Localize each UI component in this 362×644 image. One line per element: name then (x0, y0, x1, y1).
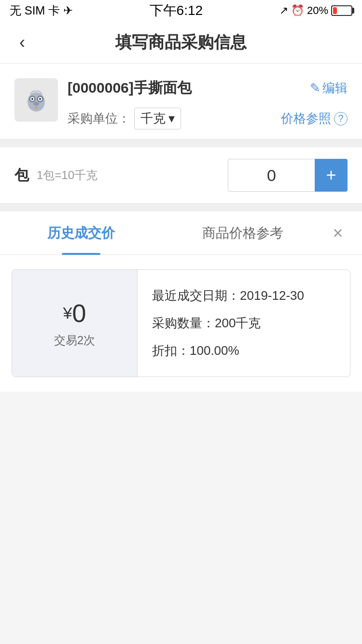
section-divider (0, 140, 362, 147)
svg-point-6 (39, 98, 41, 100)
trade-card-area: ¥0 交易2次 最近成交日期：2019-12-30 采购数量：200千克 折扣：… (0, 255, 362, 392)
price-value: 0 (72, 299, 86, 327)
trade-count: 交易2次 (54, 333, 95, 348)
edit-button[interactable]: ✎ 编辑 (310, 80, 348, 97)
nav-bar: ‹ 填写商品采购信息 (0, 21, 362, 64)
plus-button[interactable]: + (315, 159, 348, 192)
trade-details-section: 最近成交日期：2019-12-30 采购数量：200千克 折扣：100.00% (138, 270, 350, 377)
unit-label: 采购单位： (68, 110, 130, 127)
product-logo-icon (22, 85, 51, 114)
bag-tip: 1包=10千克 (37, 168, 97, 183)
tab-product-label: 商品价格参考 (202, 224, 283, 242)
purchase-qty-label: 采购数量： (152, 316, 215, 330)
tab-underline (62, 253, 100, 255)
alarm-icon: ⏰ (291, 4, 304, 17)
battery-percent: 20% (307, 4, 328, 17)
help-icon: ? (334, 112, 348, 126)
last-deal-label: 最近成交日期： (152, 288, 240, 303)
status-right: ↗ ⏰ 20% (279, 4, 352, 17)
unit-value: 千克 (140, 110, 166, 127)
product-name: [0000006]手撕面包 (68, 78, 192, 98)
svg-point-7 (33, 102, 39, 106)
status-bar: 无 SIM 卡 ✈ 下午6:12 ↗ ⏰ 20% (0, 0, 362, 21)
page-background (0, 392, 362, 644)
quantity-input-area: + (228, 159, 348, 192)
back-button[interactable]: ‹ (14, 28, 30, 57)
price-symbol: ¥ (63, 304, 72, 322)
sim-status: 无 SIM 卡 ✈ (10, 3, 73, 18)
price-ref-label: 价格参照 (281, 110, 331, 127)
dropdown-icon: ▾ (168, 111, 175, 126)
battery-icon (331, 5, 352, 16)
tab-close-button[interactable]: × (323, 223, 362, 243)
bag-label: 包 (14, 166, 29, 185)
status-left: 无 SIM 卡 ✈ (10, 3, 73, 18)
discount-row: 折扣：100.00% (152, 341, 335, 360)
product-info: [0000006]手撕面包 ✎ 编辑 采购单位： 千克 ▾ 价格参照 ? (68, 78, 348, 129)
status-time: 下午6:12 (150, 1, 203, 20)
product-logo (14, 78, 58, 122)
svg-point-5 (31, 98, 33, 100)
discount-value: 100.00% (190, 343, 239, 358)
tab-history-label: 历史成交价 (47, 224, 115, 242)
last-deal-date: 2019-12-30 (240, 288, 304, 303)
price-ref-button[interactable]: 价格参照 ? (281, 110, 348, 127)
edit-label: 编辑 (322, 80, 348, 97)
purchase-qty: 200千克 (215, 316, 261, 330)
discount-label: 折扣： (152, 343, 190, 358)
quantity-input[interactable] (228, 159, 315, 192)
tab-product-price[interactable]: 商品价格参考 (162, 211, 323, 255)
tab-history-price[interactable]: 历史成交价 (0, 211, 162, 255)
trade-price: ¥0 (63, 299, 86, 328)
location-icon: ↗ (279, 4, 288, 17)
product-card: [0000006]手撕面包 ✎ 编辑 采购单位： 千克 ▾ 价格参照 ? (0, 64, 362, 140)
section-divider-2 (0, 204, 362, 211)
page-title: 填写商品采购信息 (115, 31, 247, 54)
quantity-row: 包 1包=10千克 + (0, 147, 362, 204)
edit-icon: ✎ (310, 81, 320, 96)
last-deal-date-row: 最近成交日期：2019-12-30 (152, 286, 335, 305)
tab-header: 历史成交价 商品价格参考 × (0, 211, 362, 255)
trade-price-section: ¥0 交易2次 (12, 270, 138, 377)
tab-section: 历史成交价 商品价格参考 × ¥0 交易2次 最近成交日期：2019-12-30… (0, 211, 362, 392)
purchase-qty-row: 采购数量：200千克 (152, 314, 335, 333)
unit-select[interactable]: 千克 ▾ (134, 108, 181, 129)
trade-card: ¥0 交易2次 最近成交日期：2019-12-30 采购数量：200千克 折扣：… (12, 269, 350, 377)
